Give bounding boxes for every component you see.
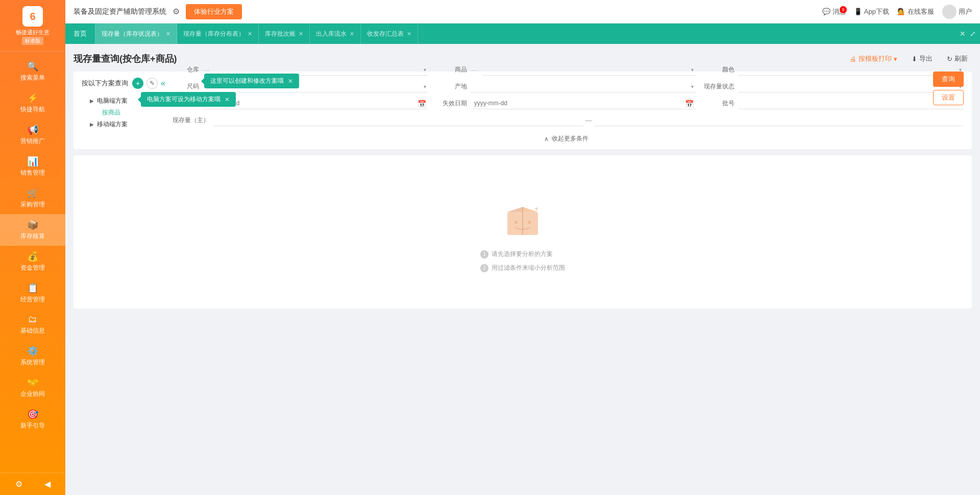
sidebar-item-system[interactable]: ⚙️ 系统管理	[0, 340, 65, 372]
tooltip-close-btn[interactable]: ✕	[288, 78, 293, 85]
produce-date-wrapper: 📅	[203, 98, 428, 109]
tab-inventory-status[interactable]: 现存量（库存状况表） ✕	[95, 23, 177, 44]
sidebar-item-finance[interactable]: 💰 资金管理	[0, 246, 65, 277]
add-scheme-btn[interactable]: +	[132, 78, 143, 89]
industry-btn[interactable]: 体验行业方案	[186, 4, 242, 19]
template-print-label: 按模板打印	[859, 54, 892, 63]
warehouse-label: 仓库	[168, 65, 199, 74]
tab-close-icon[interactable]: ✕	[299, 31, 303, 37]
tab-label: 现存量（库存状况表）	[102, 30, 163, 38]
header-right: 💬 9 消息 📱 App下载 💁 在线客服 用户	[822, 5, 972, 19]
desktop-tooltip-text: 电脑方案可设为移动方案哦	[147, 95, 220, 104]
inventory-icon: 📦	[27, 219, 38, 230]
empty-steps: 1 请先选择要分析的方案 2 用过滤条件来缩小分析范围	[480, 248, 565, 272]
header-left: 装备及固定资产辅助管理系统 ⚙ 体验行业方案	[74, 4, 242, 19]
step-1-num: 1	[480, 250, 488, 258]
app-icon: 📱	[854, 8, 862, 15]
filter-product: 商品 ···	[436, 64, 696, 76]
sidebar-bottom: ⚙ ◀	[0, 473, 65, 495]
sidebar-item-purchase[interactable]: 🛒 采购管理	[0, 182, 65, 214]
sales-icon: 📊	[27, 156, 38, 167]
color-select[interactable]	[739, 64, 964, 76]
origin-select-wrapper	[471, 81, 696, 92]
collab-icon: 🤝	[27, 377, 38, 388]
message-action[interactable]: 💬 9 消息	[822, 7, 846, 16]
chevron-right-icon: ▶	[90, 122, 94, 127]
tab-close-icon[interactable]: ✕	[350, 31, 354, 37]
service-action[interactable]: 💁 在线客服	[897, 7, 934, 16]
tab-home[interactable]: 首页	[65, 23, 95, 44]
color-label: 颜色	[704, 65, 734, 74]
sidebar-item-inventory[interactable]: 📦 库存核算	[0, 214, 65, 246]
expire-date-wrapper: 📅	[471, 98, 696, 109]
edit-scheme-btn[interactable]: ✎	[146, 78, 158, 89]
query-panel: 按以下方案查询 + ✎ « 这里可以创建和修改方案哦 ✕ ▶ 电脑端方案	[74, 72, 972, 149]
sidebar-item-collab[interactable]: 🤝 企业协同	[0, 372, 65, 404]
scheme-mobile[interactable]: ▶ 移动端方案	[90, 119, 964, 130]
collapse-label: 收起更多条件	[552, 134, 589, 143]
sidebar-item-basic[interactable]: 🗂 基础信息	[0, 309, 65, 340]
tab-close-icon[interactable]: ✕	[407, 31, 411, 37]
tab-receive-summary[interactable]: 收发存汇总表 ✕	[361, 23, 418, 44]
inventory-status-wrapper	[739, 81, 964, 92]
setting-btn[interactable]: 设置	[933, 90, 964, 105]
operations-icon: 📋	[27, 282, 38, 294]
inventory-status-select[interactable]	[739, 81, 964, 92]
sidebar-menu: 🔍 搜索菜单 ⚡ 快捷导航 📢 营销推广 📊 销售管理 🛒 采购管理 📦 库存核…	[0, 52, 65, 473]
sidebar-item-operations[interactable]: 📋 经营管理	[0, 277, 65, 309]
tab-close-icon[interactable]: ✕	[248, 31, 252, 37]
purchase-icon: 🛒	[27, 187, 38, 199]
filter-origin: 产地	[436, 81, 696, 92]
produce-date-input[interactable]	[203, 98, 428, 109]
product-select-wrapper	[483, 64, 696, 76]
warehouse-dots[interactable]: ···	[203, 66, 209, 74]
filter-inventory-status: 现存量状态	[704, 81, 964, 92]
sidebar-item-marketing[interactable]: 📢 营销推广	[0, 119, 65, 151]
sidebar-item-guide[interactable]: 🎯 新手引导	[0, 404, 65, 435]
chevron-up-icon: ∧	[544, 135, 549, 143]
sidebar: 6 畅捷通好生意 标准版 🔍 搜索菜单 ⚡ 快捷导航 📢 营销推广 📊 销售管理…	[0, 0, 65, 495]
search-icon: 🔍	[27, 61, 38, 72]
tab-bar: 首页 现存量（库存状况表） ✕ 现存量（库存分布表） ✕ 库存批次账 ✕ 出入库…	[65, 23, 980, 44]
empty-step-2: 2 用过滤条件来缩小分析范围	[480, 264, 565, 272]
tab-inventory-dist[interactable]: 现存量（库存分布表） ✕	[177, 23, 259, 44]
app-download-action[interactable]: 📱 App下载	[854, 7, 889, 16]
refresh-icon: ↻	[947, 55, 952, 63]
message-badge: 9	[840, 6, 847, 13]
product-dots[interactable]: ···	[471, 66, 477, 74]
basic-icon: 🗂	[28, 314, 37, 325]
tab-label: 现存量（库存分布表）	[183, 30, 244, 38]
sidebar-settings-btn[interactable]: ⚙	[13, 477, 24, 491]
tab-in-out-flow[interactable]: 出入库流水 ✕	[310, 23, 361, 44]
header-settings-icon[interactable]: ⚙	[173, 7, 180, 16]
tab-close-all-icon[interactable]: ✕	[960, 30, 966, 38]
tab-fullscreen-icon[interactable]: ⤢	[970, 30, 976, 38]
filter-color: 颜色	[704, 64, 964, 76]
query-header-actions: + ✎ «	[132, 78, 165, 89]
desktop-tooltip-close[interactable]: ✕	[225, 96, 230, 103]
sidebar-logo: 6 畅捷通好生意 标准版	[0, 0, 65, 52]
origin-select[interactable]	[471, 81, 696, 92]
collapse-scheme-btn[interactable]: «	[161, 79, 165, 88]
user-action[interactable]: 用户	[942, 5, 972, 19]
sidebar-item-label: 营销推广	[20, 137, 45, 146]
tab-batch-ledger[interactable]: 库存批次账 ✕	[259, 23, 310, 44]
search-btn[interactable]: 查询	[933, 72, 964, 87]
sidebar-collapse-btn[interactable]: ◀	[42, 477, 53, 491]
tab-close-icon[interactable]: ✕	[166, 31, 170, 37]
tab-label: 库存批次账	[265, 30, 296, 38]
tab-home-label: 首页	[74, 29, 87, 38]
user-label: 用户	[959, 7, 972, 16]
sidebar-item-quick[interactable]: ⚡ 快捷导航	[0, 87, 65, 119]
page-title: 现存量查询(按仓库+商品)	[74, 53, 177, 65]
sidebar-item-label: 库存核算	[20, 232, 45, 241]
message-icon: 💬	[822, 8, 830, 15]
expire-date-input[interactable]	[471, 98, 696, 109]
collapse-bar[interactable]: ∧ 收起更多条件	[168, 130, 964, 143]
desktop-scheme-label: 电脑端方案	[97, 97, 128, 105]
sidebar-item-search[interactable]: 🔍 搜索菜单	[0, 56, 65, 87]
product-select[interactable]	[483, 64, 696, 76]
sidebar-item-sales[interactable]: 📊 销售管理	[0, 151, 65, 182]
mobile-scheme-label: 移动端方案	[97, 120, 128, 129]
refresh-label: 刷新	[954, 54, 968, 63]
